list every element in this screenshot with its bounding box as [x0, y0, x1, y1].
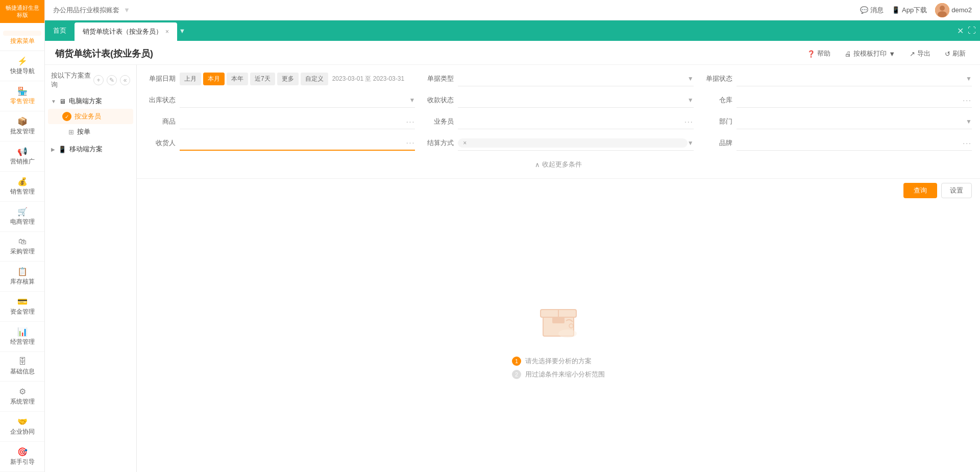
scheme-active-label: 按业务员 — [75, 112, 101, 121]
sidebar-item-system[interactable]: ⚙ 系统管理 — [0, 382, 44, 412]
sidebar-item-marketing[interactable]: 📢 营销推广 — [0, 141, 44, 172]
collapse-panel-button[interactable]: « — [120, 75, 130, 85]
mobile-group-icon: 📱 — [58, 146, 66, 153]
tab-expand-button[interactable]: ▼ — [177, 20, 187, 41]
filter-doc-type: 单据类型 ▼ — [423, 71, 693, 86]
date-custom-btn[interactable]: 自定义 — [301, 73, 328, 85]
sidebar-item-wholesale[interactable]: 📦 批发管理 — [0, 111, 44, 141]
doc-type-select[interactable]: ▼ — [458, 71, 693, 86]
content-body: 按以下方案查询 + ✎ « ▼ 🖥 电脑端方案 — [45, 65, 980, 472]
salesman-dots-icon: ··· — [684, 117, 694, 126]
brand-select[interactable]: ··· — [737, 135, 972, 151]
operation-label: 经营管理 — [2, 338, 42, 346]
inventory-label: 库存核算 — [2, 277, 42, 286]
sidebar-item-quick-nav[interactable]: ⚡ 快捷导航 — [0, 51, 44, 81]
salesman-select[interactable]: ··· — [458, 114, 693, 129]
sub-order-icon: ⊞ — [68, 128, 74, 136]
sidebar-item-finance[interactable]: 💳 资金管理 — [0, 292, 44, 322]
sales-icon: 💰 — [2, 177, 42, 186]
warehouse-label: 仓库 — [702, 96, 732, 105]
fullscreen-icon[interactable]: ⛶ — [968, 26, 976, 35]
breadcrumb: 办公用品行业模拟账套 — [53, 6, 119, 15]
tab-close-icon[interactable]: × — [165, 28, 169, 35]
collapse-filters-button[interactable]: ∧ 收起更多条件 — [145, 157, 972, 172]
newbie-label: 新手引导 — [2, 458, 42, 466]
filter-area: 单据日期 上月 本月 本年 近7天 更多 自定义 2023-03-01 至 20… — [137, 65, 980, 179]
doc-status-select[interactable]: ▼ — [737, 71, 972, 86]
sidebar-item-operation[interactable]: 📊 经营管理 — [0, 322, 44, 352]
purchase-label: 采购管理 — [2, 247, 42, 256]
consignee-label: 收货人 — [145, 138, 176, 148]
enterprise-icon: 🤝 — [2, 417, 42, 427]
edit-scheme-button[interactable]: ✎ — [107, 75, 117, 85]
pc-group-header[interactable]: ▼ 🖥 电脑端方案 — [45, 93, 136, 109]
sidebar: 畅捷通好生意 标版 搜索菜单 ⚡ 快捷导航 🏪 零售管理 📦 批发管理 📢 营销… — [0, 0, 45, 472]
left-panel-title: 按以下方案查询 — [51, 71, 93, 89]
export-button[interactable]: ↗ 导出 — [905, 47, 935, 60]
settings-button[interactable]: 设置 — [941, 183, 972, 198]
close-window-icon[interactable]: ✕ — [957, 26, 964, 36]
tab-active[interactable]: 销货单统计表（按业务员） × — [75, 22, 177, 41]
payment-select[interactable]: × ▼ — [458, 135, 693, 151]
department-select[interactable]: ▼ — [737, 114, 972, 129]
mobile-scheme-group[interactable]: ▶ 📱 移动端方案 — [45, 141, 136, 157]
sidebar-item-retail[interactable]: 🏪 零售管理 — [0, 81, 44, 111]
date-this-year-btn[interactable]: 本年 — [227, 73, 248, 85]
sidebar-item-newbie[interactable]: 🎯 新手引导 — [0, 442, 44, 472]
filter-warehouse: 仓库 ··· — [702, 92, 972, 108]
print-button[interactable]: 🖨 按模板打印 ▼ — [841, 47, 899, 60]
svg-point-1 — [940, 6, 945, 11]
wholesale-icon: 📦 — [2, 116, 42, 126]
sidebar-item-sales[interactable]: 💰 销售管理 — [0, 172, 44, 202]
payment-clear-button[interactable]: × — [463, 139, 467, 147]
page-container: 销货单统计表(按业务员) ❓ 帮助 🖨 按模板打印 ▼ ↗ 导出 — [45, 41, 980, 472]
sidebar-item-enterprise[interactable]: 🤝 企业协同 — [0, 412, 44, 442]
scheme-sub-item-by-order[interactable]: ⊞ 按单 — [48, 124, 133, 139]
filter-doc-status: 单据状态 ▼ — [702, 71, 972, 86]
out-status-select[interactable]: ▼ — [180, 92, 415, 108]
add-scheme-button[interactable]: + — [93, 75, 104, 85]
warehouse-select[interactable]: ··· — [737, 92, 972, 108]
export-icon: ↗ — [910, 50, 915, 58]
wholesale-label: 批发管理 — [2, 127, 42, 136]
scheme-item-by-salesman[interactable]: ✓ 按业务员 — [48, 109, 133, 124]
search-menu-button[interactable] — [3, 31, 41, 36]
tab-home[interactable]: 首页 — [45, 20, 75, 41]
pc-group-label: 电脑端方案 — [69, 97, 102, 106]
app-download-button[interactable]: 📱 App下载 — [892, 6, 927, 15]
svg-point-2 — [938, 11, 947, 17]
ecommerce-label: 电商管理 — [2, 218, 42, 226]
marketing-label: 营销推广 — [2, 157, 42, 166]
pc-group-expand-icon: ▼ — [51, 99, 56, 104]
empty-state: 1 请先选择要分析的方案 2 用过滤条件来缩小分析范围 — [137, 202, 980, 472]
left-panel-header: 按以下方案查询 + ✎ « — [45, 69, 136, 93]
date-this-month-btn[interactable]: 本月 — [203, 73, 225, 85]
user-profile[interactable]: demo2 — [935, 3, 972, 17]
filter-salesman: 业务员 ··· — [423, 114, 693, 129]
date-more-btn[interactable]: 更多 — [277, 73, 299, 85]
date-last7-btn[interactable]: 近7天 — [250, 73, 275, 85]
sidebar-item-basic[interactable]: 🗄 基础信息 — [0, 352, 44, 382]
user-name-label: demo2 — [951, 6, 972, 14]
refresh-button[interactable]: ↺ 刷新 — [941, 47, 970, 60]
header-left: 办公用品行业模拟账套 ▼ — [53, 6, 130, 15]
sidebar-item-purchase[interactable]: 🛍 采购管理 — [0, 232, 44, 262]
tab-bar: 首页 销货单统计表（按业务员） × ▼ ✕ ⛶ — [45, 20, 980, 41]
sidebar-search-section[interactable]: 搜索菜单 — [0, 23, 44, 51]
product-select[interactable]: ··· — [180, 114, 415, 129]
basic-label: 基础信息 — [2, 367, 42, 376]
sidebar-item-inventory[interactable]: 📋 库存核算 — [0, 262, 44, 292]
sales-label: 销售管理 — [2, 187, 42, 196]
help-button[interactable]: ❓ 帮助 — [803, 47, 835, 60]
query-button[interactable]: 查询 — [903, 183, 937, 198]
doc-type-arrow-icon: ▼ — [688, 75, 694, 82]
consignee-input[interactable]: ··· — [180, 135, 415, 151]
refresh-label: 刷新 — [952, 49, 966, 58]
date-last-month-btn[interactable]: 上月 — [180, 73, 201, 85]
action-bar: 查询 设置 — [137, 179, 980, 202]
system-icon: ⚙ — [2, 387, 42, 396]
filter-row-2: 出库状态 ▼ 收款状态 ▼ — [145, 92, 972, 108]
receipt-status-select[interactable]: ▼ — [458, 92, 693, 108]
sidebar-item-ecommerce[interactable]: 🛒 电商管理 — [0, 202, 44, 232]
message-button[interactable]: 💬 消息 — [860, 6, 884, 15]
